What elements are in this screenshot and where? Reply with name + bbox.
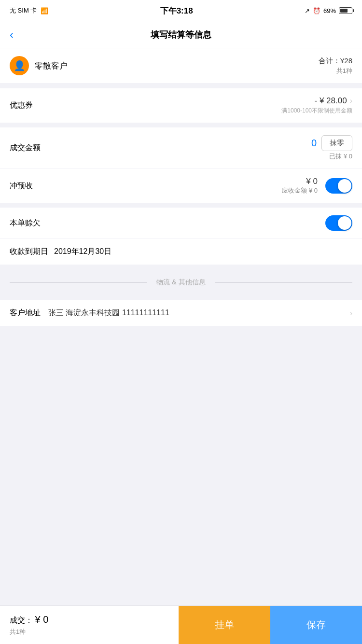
bottom-deal: 成交： ¥ 0 [10,614,169,626]
transaction-row: 成交金额 0 抹零 已抹 ¥ 0 [0,127,362,168]
logistics-section: 物流 & 其他信息 [0,269,362,295]
sim-text: 无 SIM 卡 [10,6,37,15]
status-left: 无 SIM 卡 📶 [10,6,48,15]
due-date-label: 收款到期日 [10,247,48,257]
customer-summary: 合计：¥28 共1种 [319,56,352,75]
alarm-icon: ⏰ [313,7,320,14]
customer-count: 共1种 [319,67,352,75]
debt-label: 本单赊欠 [10,218,41,228]
bottom-count: 共1种 [10,628,169,636]
pre-receive-row: 冲预收 ¥ 0 应收金额 ¥ 0 [0,168,362,203]
divider-3 [0,265,362,269]
customer-name: 零散客户 [35,60,68,71]
pre-receive-amount: ¥ 0 [282,177,318,186]
nav-title: 填写结算等信息 [151,29,211,41]
avatar-icon: 👤 [14,60,26,71]
coupon-label: 优惠券 [10,100,33,111]
logistics-line-left [10,282,147,283]
customer-total: 合计：¥28 [319,56,352,66]
due-date-row: 收款到期日 2019年12月30日 [0,238,362,265]
transaction-sub: 已抹 ¥ 0 [311,152,352,161]
transaction-amount: 0 [311,138,317,149]
bottom-summary: 成交： ¥ 0 共1种 [0,614,179,636]
debt-toggle-knob [338,216,351,230]
logistics-line-right [215,282,352,283]
debt-row: 本单赊欠 [0,208,362,238]
transaction-label: 成交金额 [10,143,41,153]
status-right: ↗ ⏰ 69% [305,7,352,14]
customer-info: 👤 零散客户 [10,56,68,75]
status-time: 下午3:18 [160,5,193,16]
round-button[interactable]: 抹零 [321,135,352,151]
divider-4 [0,326,362,331]
divider-2 [0,203,362,208]
address-row[interactable]: 客户地址 张三 海淀永丰科技园 11111111111 › [0,300,362,326]
battery-percent: 69% [323,7,336,14]
address-label: 客户地址 [10,308,41,318]
coupon-right: - ¥ 28.00 › 满1000-100不限制使用金额 [281,96,352,115]
deal-amount: ¥ 0 [35,614,48,625]
location-icon: ↗ [305,7,310,14]
bottom-bar: 成交： ¥ 0 共1种 挂单 保存 [0,605,362,644]
deal-label: 成交： [10,616,33,624]
toggle-knob [338,179,351,193]
status-bar: 无 SIM 卡 📶 下午3:18 ↗ ⏰ 69% [0,0,362,21]
customer-avatar: 👤 [10,56,29,75]
logistics-text: 物流 & 其他信息 [156,278,205,287]
coupon-sub: 满1000-100不限制使用金额 [281,107,352,115]
transaction-right: 0 抹零 已抹 ¥ 0 [311,135,352,161]
address-value: 张三 海淀永丰科技园 11111111111 [48,308,342,318]
debt-toggle[interactable] [325,215,352,231]
pre-receive-label: 冲预收 [10,181,33,191]
nav-bar: ‹ 填写结算等信息 [0,21,362,48]
coupon-row[interactable]: 优惠券 - ¥ 28.00 › 满1000-100不限制使用金额 [0,88,362,123]
battery-icon [339,7,352,14]
coupon-chevron-icon: › [350,97,352,105]
customer-row: 👤 零散客户 合计：¥28 共1种 [0,48,362,83]
address-chevron-icon: › [350,309,352,318]
pending-button[interactable]: 挂单 [179,606,270,644]
save-button[interactable]: 保存 [270,606,362,644]
due-date-value: 2019年12月30日 [54,247,111,257]
pre-receive-toggle[interactable] [325,178,352,194]
pre-receive-sub: 应收金额 ¥ 0 [282,186,318,195]
wifi-icon: 📶 [41,7,48,14]
divider-1 [0,123,362,127]
back-button[interactable]: ‹ [10,24,17,45]
coupon-value: - ¥ 28.00 [315,96,347,106]
pre-receive-right: ¥ 0 应收金额 ¥ 0 [282,177,352,195]
